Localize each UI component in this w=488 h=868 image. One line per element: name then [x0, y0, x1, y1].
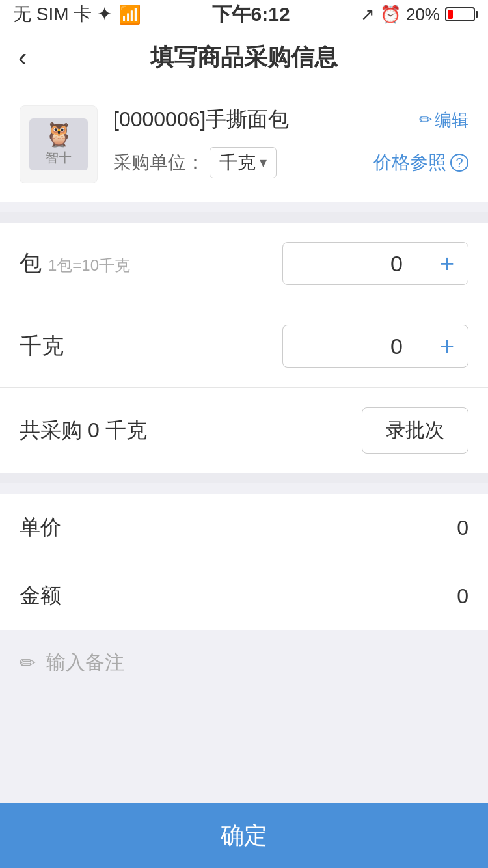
purchase-unit-label: 采购单位：	[113, 150, 204, 175]
divider-1	[0, 212, 488, 223]
status-right: ↗ ⏰ 20%	[360, 5, 475, 25]
amount-value: 0	[457, 584, 468, 608]
package-plus-button[interactable]: +	[426, 242, 468, 285]
battery-icon	[445, 7, 475, 21]
kilogram-input-right: +	[282, 325, 468, 368]
price-ref-label: 价格参照	[373, 150, 446, 175]
edit-label: 编辑	[435, 109, 468, 131]
unit-dropdown-arrow-icon: ▾	[260, 154, 267, 171]
package-sub-label: 1包=10千克	[48, 256, 130, 274]
confirm-button[interactable]: 确定	[0, 803, 488, 868]
notes-placeholder: 输入备注	[46, 649, 124, 676]
sim-status: 无 SIM 卡 ✦	[13, 2, 112, 27]
price-amount-section: 单价 0 金额 0	[0, 494, 488, 630]
page-title: 填写商品采购信息	[150, 42, 338, 74]
package-input-row: 包1包=10千克 +	[0, 223, 488, 305]
unit-price-row: 单价 0	[0, 494, 488, 562]
total-unit: 千克	[105, 418, 147, 442]
purchase-unit-row: 采购单位： 千克 ▾ 价格参照 ?	[113, 147, 468, 178]
kilogram-input-row: 千克 +	[0, 305, 488, 388]
kilogram-quantity-input[interactable]	[282, 325, 426, 368]
package-input-right: +	[282, 242, 468, 285]
wifi-icon: 📶	[118, 4, 141, 25]
status-bar: 无 SIM 卡 ✦ 📶 下午6:12 ↗ ⏰ 20%	[0, 0, 488, 29]
back-button[interactable]: ‹	[18, 43, 27, 72]
brand-text: 智十	[46, 149, 72, 167]
battery-fill	[448, 10, 453, 19]
unit-price-value: 0	[457, 516, 468, 540]
product-info: [0000006]手撕面包 ✏ 编辑 采购单位： 千克 ▾ 价格参照 ?	[113, 105, 468, 178]
location-icon: ↗	[360, 5, 375, 25]
package-label: 包1包=10千克	[20, 249, 130, 278]
owl-icon: 🦉	[44, 123, 74, 146]
battery-percent: 20%	[406, 5, 440, 25]
nav-bar: ‹ 填写商品采购信息	[0, 29, 488, 87]
price-reference-button[interactable]: 价格参照 ?	[373, 150, 468, 175]
edit-icon: ✏	[419, 111, 432, 129]
status-time: 下午6:12	[212, 1, 290, 28]
unit-select[interactable]: 千克 ▾	[210, 147, 277, 178]
product-name-row: [0000006]手撕面包 ✏ 编辑	[113, 105, 468, 134]
total-value: 0	[88, 418, 100, 442]
amount-row: 金额 0	[0, 562, 488, 630]
divider-2	[0, 473, 488, 483]
status-left: 无 SIM 卡 ✦ 📶	[13, 2, 141, 27]
edit-button[interactable]: ✏ 编辑	[419, 109, 468, 131]
help-circle-icon: ?	[450, 154, 468, 172]
package-input-section: 包1包=10千克 + 千克 +	[0, 223, 488, 388]
package-quantity-input[interactable]	[282, 242, 426, 285]
total-label: 共采购 0 千克	[20, 416, 147, 445]
amount-label: 金额	[20, 582, 61, 610]
product-image: 🦉 智十	[20, 105, 98, 183]
record-batch-button[interactable]: 录批次	[362, 407, 468, 454]
total-row: 共采购 0 千克 录批次	[0, 388, 488, 473]
unit-value: 千克	[219, 150, 256, 175]
product-thumbnail: 🦉 智十	[29, 118, 88, 170]
product-full-name: [0000006]手撕面包	[113, 105, 289, 134]
product-card: 🦉 智十 [0000006]手撕面包 ✏ 编辑 采购单位： 千克 ▾ 价格参照 …	[0, 87, 488, 202]
alarm-icon: ⏰	[380, 5, 401, 25]
unit-price-label: 单价	[20, 513, 61, 542]
notes-section[interactable]: ✏ 输入备注	[0, 630, 488, 696]
pencil-icon: ✏	[20, 651, 36, 674]
kilogram-plus-button[interactable]: +	[426, 325, 468, 368]
kilogram-label: 千克	[20, 331, 64, 361]
confirm-label: 确定	[221, 820, 267, 852]
